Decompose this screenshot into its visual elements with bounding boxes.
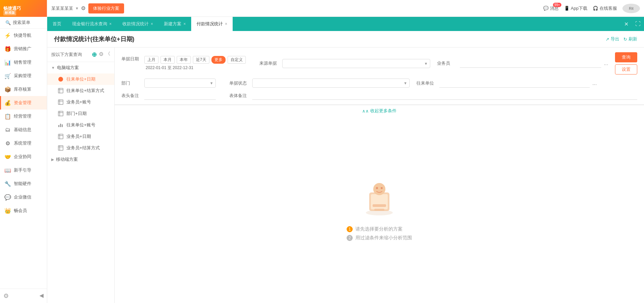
- tab-close-collection-stat[interactable]: ×: [151, 22, 153, 26]
- date-option-1[interactable]: 本月: [160, 56, 175, 64]
- tab-home[interactable]: 首页: [47, 17, 67, 31]
- panel-collapse-icon[interactable]: 《: [106, 51, 110, 58]
- scheme-icon-partner-account: [58, 122, 64, 128]
- query-button[interactable]: 查询: [615, 52, 637, 62]
- sidebar-item-quick-nav[interactable]: ⚡快捷导航: [0, 29, 47, 42]
- scheme-group: ▼电脑端方案往来单位+日期往来单位+结算方式业务员+账号部门+日期往来单位+账号…: [47, 62, 114, 154]
- online-service-button[interactable]: 🎧 在线客服: [593, 5, 617, 11]
- scheme-group-header[interactable]: ▼电脑端方案: [47, 62, 114, 73]
- tab-close-bank-flow[interactable]: ×: [109, 22, 112, 26]
- export-button[interactable]: ↗ 导出: [606, 36, 619, 42]
- date-option-4[interactable]: 更多: [211, 56, 226, 64]
- chevron-up-icon: ∧∧: [362, 109, 369, 114]
- filter-settings-button[interactable]: 设置: [615, 64, 637, 74]
- svg-rect-13: [62, 124, 63, 127]
- scheme-settings-icon[interactable]: ⚙: [99, 51, 104, 58]
- dept-label: 部门: [121, 80, 142, 86]
- sidebar-item-base-info[interactable]: 🗂基础信息: [0, 123, 47, 137]
- svg-point-24: [376, 187, 378, 189]
- dept-dropdown-icon: ▾: [210, 81, 213, 86]
- company-dropdown-icon[interactable]: ▾: [76, 6, 78, 11]
- app-download-button[interactable]: 📱 App下载: [564, 5, 587, 11]
- tab-collection-stat[interactable]: 收款情况统计×: [117, 17, 158, 31]
- scheme-item-staff-settle[interactable]: 业务员+结算方式: [47, 142, 114, 154]
- scheme-item-label: 往来单位+日期: [66, 76, 95, 82]
- group-label: 移动端方案: [56, 156, 78, 162]
- scheme-item-staff-account[interactable]: 业务员+账号: [47, 96, 114, 108]
- scheme-item-label: 业务员+结算方式: [66, 145, 100, 151]
- date-label: 单据日期: [121, 56, 142, 62]
- tab-payment-stat[interactable]: 付款情况统计×: [191, 17, 233, 31]
- sidebar-item-member[interactable]: 👑畅会员: [0, 204, 47, 217]
- filter-actions-group: 查询 设置: [615, 52, 637, 74]
- tab-bank-flow[interactable]: 现金银行流水查询×: [67, 17, 117, 31]
- sidebar-item-guide[interactable]: 📖新手引导: [0, 163, 47, 177]
- version-badge: 标准版: [3, 10, 16, 16]
- sidebar-item-enterprise[interactable]: 🤝企业协同: [0, 150, 47, 163]
- nav-icon-member: 👑: [4, 207, 11, 214]
- sidebar-item-operation[interactable]: 📋经营管理: [0, 110, 47, 123]
- voucher-status-dropdown-icon: ▾: [404, 81, 407, 86]
- tab-close-new-scheme[interactable]: ×: [183, 22, 186, 26]
- svg-rect-5: [58, 100, 63, 104]
- sidebar-item-purchase[interactable]: 🛒采购管理: [0, 69, 47, 83]
- group-label: 电脑端方案: [57, 65, 79, 71]
- group-arrow-icon: ▼: [51, 66, 55, 70]
- date-option-0[interactable]: 上月: [144, 56, 158, 64]
- sidebar-item-capital[interactable]: 💰资金管理: [0, 96, 47, 110]
- sidebar-footer: ⚙ ◀: [0, 289, 47, 303]
- voucher-status-select[interactable]: ▾: [252, 79, 410, 88]
- close-all-tabs-icon[interactable]: ✕: [621, 21, 632, 27]
- topbar-settings-icon[interactable]: ⚙: [81, 5, 86, 11]
- partner-dots[interactable]: ...: [592, 80, 597, 86]
- svg-rect-14: [58, 134, 63, 139]
- collapse-more-button[interactable]: ∧∧ 收起更多条件: [362, 108, 397, 114]
- tabbar-actions: ✕⛶: [621, 21, 644, 27]
- svg-rect-27: [374, 209, 384, 211]
- topbar: 某某某某某 ▾ ⚙ 体验行业方案 💬 消息 99+ 📱 App下载 🎧 在线客服…: [47, 0, 644, 17]
- sidebar-search[interactable]: 🔍 搜索菜单: [0, 17, 47, 29]
- fullscreen-icon[interactable]: ⛶: [632, 21, 644, 27]
- scheme-item-dept-date[interactable]: 部门+日期: [47, 108, 114, 119]
- sidebar-item-wechat[interactable]: 💬企业微信: [0, 190, 47, 204]
- filter-area: 单据日期 上月本月本年近7天更多自定义 2022-01-01 至 2022-12…: [115, 48, 644, 105]
- left-panel-title: 按以下方案查询: [51, 52, 82, 58]
- date-option-5[interactable]: 自定义: [228, 56, 246, 64]
- empty-illustration: [359, 179, 400, 219]
- body-note-input[interactable]: [252, 92, 637, 100]
- nav-icon-operation: 📋: [4, 113, 11, 120]
- svg-point-23: [373, 183, 385, 195]
- refresh-button[interactable]: ↻ 刷新: [623, 36, 637, 42]
- scheme-group-header[interactable]: ▶移动端方案: [47, 154, 114, 165]
- messages-button[interactable]: 💬 消息 99+: [543, 5, 559, 11]
- scheme-item-partner-date[interactable]: 往来单位+日期: [47, 73, 114, 85]
- scheme-item-partner-account[interactable]: 往来单位+账号: [47, 119, 114, 131]
- user-avatar[interactable]: Rit: [622, 4, 640, 13]
- trial-button[interactable]: 体验行业方案: [88, 3, 124, 13]
- sidebar-item-hardware[interactable]: 🔧智能硬件: [0, 177, 47, 190]
- tab-new-scheme[interactable]: 新建方案×: [158, 17, 191, 31]
- svg-point-25: [381, 187, 383, 189]
- settings-icon[interactable]: ⚙: [3, 292, 9, 300]
- scheme-item-staff-date[interactable]: 业务员+日期: [47, 131, 114, 142]
- staff-dots[interactable]: ...: [604, 60, 608, 66]
- staff-label: 业务员: [437, 60, 457, 66]
- sidebar-item-sales[interactable]: 📊销售管理: [0, 56, 47, 69]
- header-note-input[interactable]: [144, 92, 216, 100]
- source-label: 来源单据: [259, 60, 280, 66]
- source-select[interactable]: ▾: [282, 59, 431, 68]
- scheme-icon-partner-date: [58, 76, 64, 82]
- dept-select[interactable]: ▾: [144, 79, 216, 88]
- sidebar-item-system[interactable]: ⚙系统管理: [0, 137, 47, 150]
- date-option-3[interactable]: 近7天: [193, 56, 209, 64]
- header-note-label: 表头备注: [121, 93, 142, 99]
- scheme-item-partner-settle[interactable]: 往来单位+结算方式: [47, 85, 114, 96]
- tab-close-payment-stat[interactable]: ×: [225, 22, 227, 26]
- nav-icon-capital: 💰: [4, 99, 11, 106]
- date-option-2[interactable]: 本年: [177, 56, 191, 64]
- sidebar-item-inventory[interactable]: 📦库存核算: [0, 83, 47, 96]
- add-scheme-icon[interactable]: ⊕: [92, 51, 97, 58]
- sidebar-item-marketing[interactable]: 🎁营销推广: [0, 42, 47, 56]
- collapse-icon[interactable]: ◀: [39, 292, 43, 300]
- tip-number-2: 2: [347, 235, 353, 241]
